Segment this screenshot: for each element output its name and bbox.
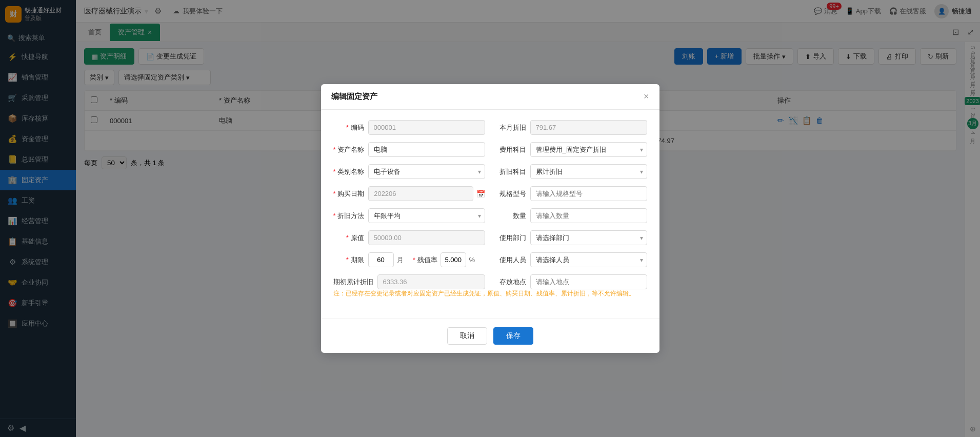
period-input[interactable] <box>368 252 394 267</box>
period-group: 月 残值率 % <box>368 252 485 267</box>
method-select[interactable]: 年限平均 <box>368 208 485 223</box>
modal-header: 编辑固定资产 × <box>321 84 659 110</box>
calendar-icon[interactable]: 📅 <box>476 190 485 198</box>
person-select-wrapper: 请选择人员 ▾ <box>530 252 647 267</box>
monthly-dep-label: 本月折旧 <box>495 123 526 132</box>
edit-asset-modal: 编辑固定资产 × 编码 资产名称 <box>321 84 659 353</box>
expense-account-label: 费用科目 <box>495 145 526 154</box>
form-row-location: 存放地点 <box>495 274 647 289</box>
expense-account-select-wrapper: 管理费用_固定资产折旧 ▾ <box>530 142 647 157</box>
form-row-person: 使用人员 请选择人员 ▾ <box>495 252 647 267</box>
location-label: 存放地点 <box>495 277 526 287</box>
residual-rate-label: 残值率 <box>407 255 437 265</box>
asset-name-label: 资产名称 <box>333 145 365 154</box>
original-value-input[interactable] <box>368 230 485 245</box>
method-select-wrapper: 年限平均 ▾ <box>368 208 485 223</box>
monthly-dep-input[interactable] <box>530 120 647 135</box>
department-select[interactable]: 请选择部门 <box>530 230 647 245</box>
cancel-button[interactable]: 取消 <box>447 327 487 345</box>
initial-depreciation-label: 期初累计折旧 <box>333 277 373 287</box>
initial-depreciation-input[interactable] <box>377 274 485 289</box>
category-label: 类别名称 <box>333 167 365 176</box>
form-row-category: 类别名称 电子设备 ▾ <box>333 164 485 179</box>
spec-input[interactable] <box>530 186 647 201</box>
category-select[interactable]: 电子设备 <box>368 164 485 179</box>
form-row-department: 使用部门 请选择部门 ▾ <box>495 230 647 245</box>
location-input[interactable] <box>530 274 647 289</box>
form-row-asset-name: 资产名称 <box>333 142 485 157</box>
department-select-wrapper: 请选择部门 ▾ <box>530 230 647 245</box>
dep-account-label: 折旧科目 <box>495 167 526 176</box>
purchase-date-input[interactable] <box>368 186 473 201</box>
form-row-initial-depreciation: 期初累计折旧 <box>333 274 485 289</box>
form-row-spec: 规格型号 <box>495 186 647 201</box>
code-input[interactable] <box>368 120 485 135</box>
purchase-date-label: 购买日期 <box>333 189 365 198</box>
department-label: 使用部门 <box>495 233 526 243</box>
form-row-period: 期限 月 残值率 % <box>333 252 485 267</box>
modal-footer: 取消 保存 <box>321 319 659 353</box>
form-row-expense-account: 费用科目 管理费用_固定资产折旧 ▾ <box>495 142 647 157</box>
modal-close-button[interactable]: × <box>644 91 649 102</box>
spec-label: 规格型号 <box>495 189 526 198</box>
quantity-label: 数量 <box>495 211 526 221</box>
dep-account-select-wrapper: 累计折旧 ▾ <box>530 164 647 179</box>
method-label: 折旧方法 <box>333 211 365 221</box>
modal-note: 注：已经存在变更记录或者对应固定资产已经生成凭证，原值、购买日期、残值率、累计折… <box>333 289 647 302</box>
form-row-code: 编码 <box>333 120 485 135</box>
form-row-dep-account: 折旧科目 累计折旧 ▾ <box>495 164 647 179</box>
form-row-monthly-dep: 本月折旧 <box>495 120 647 135</box>
category-select-wrapper: 电子设备 ▾ <box>368 164 485 179</box>
save-button[interactable]: 保存 <box>493 327 533 345</box>
asset-name-input[interactable] <box>368 142 485 157</box>
modal-overlay: 编辑固定资产 × 编码 资产名称 <box>0 0 980 437</box>
form-row-purchase-date: 购买日期 📅 <box>333 186 485 201</box>
form-row-method: 折旧方法 年限平均 ▾ <box>333 208 485 223</box>
form-row-quantity: 数量 <box>495 208 647 223</box>
form-row-original-value: 原值 <box>333 230 485 245</box>
modal-title: 编辑固定资产 <box>331 92 377 102</box>
person-select[interactable]: 请选择人员 <box>530 252 647 267</box>
person-label: 使用人员 <box>495 255 526 265</box>
purchase-date-group: 📅 <box>368 186 485 201</box>
modal-body: 编码 资产名称 类别名称 电子设备 <box>321 110 659 319</box>
period-label: 期限 <box>333 255 364 265</box>
original-value-label: 原值 <box>333 233 364 243</box>
expense-account-select[interactable]: 管理费用_固定资产折旧 <box>530 142 647 157</box>
form-grid: 编码 资产名称 类别名称 电子设备 <box>333 120 647 289</box>
dep-account-select[interactable]: 累计折旧 <box>530 164 647 179</box>
code-label: 编码 <box>333 123 364 132</box>
quantity-input[interactable] <box>530 208 647 223</box>
residual-rate-input[interactable] <box>441 252 466 267</box>
